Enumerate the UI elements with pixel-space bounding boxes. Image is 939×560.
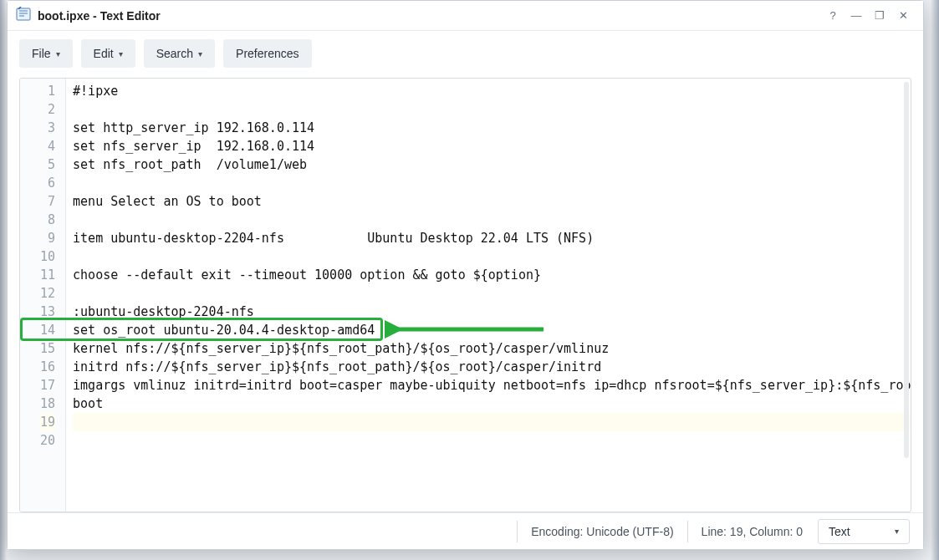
code-line[interactable]: set http_server_ip 192.168.0.114 xyxy=(73,119,911,137)
code-line[interactable]: :ubuntu-desktop-2204-nfs xyxy=(73,303,911,321)
editor-area[interactable]: 1234567891011121314151617181920 #!ipxese… xyxy=(19,78,911,512)
line-number: 20 xyxy=(40,431,55,450)
chevron-down-icon: ▾ xyxy=(198,49,202,59)
chevron-down-icon: ▾ xyxy=(56,49,60,59)
file-menu[interactable]: File ▾ xyxy=(19,39,73,68)
line-number: 13 xyxy=(40,303,55,321)
chevron-down-icon: ▾ xyxy=(119,49,123,59)
code-line[interactable] xyxy=(73,413,911,431)
line-number: 9 xyxy=(40,229,55,247)
file-menu-label: File xyxy=(32,47,51,60)
line-number: 18 xyxy=(40,395,55,413)
line-number: 4 xyxy=(40,137,55,155)
code-line[interactable] xyxy=(73,174,911,192)
toolbar: File ▾ Edit ▾ Search ▾ Preferences xyxy=(8,31,923,78)
code-line[interactable]: initrd nfs://${nfs_server_ip}${nfs_root_… xyxy=(73,358,911,376)
line-number: 5 xyxy=(40,155,55,174)
code-line[interactable]: kernel nfs://${nfs_server_ip}${nfs_root_… xyxy=(73,339,911,358)
code-line[interactable]: item ubuntu-desktop-2204-nfs Ubuntu Desk… xyxy=(73,229,911,247)
line-number-gutter: 1234567891011121314151617181920 xyxy=(20,79,66,512)
line-number: 11 xyxy=(40,266,55,284)
search-menu[interactable]: Search ▾ xyxy=(144,39,215,68)
code-line[interactable] xyxy=(73,247,911,266)
line-number: 17 xyxy=(40,376,55,395)
code-line[interactable]: #!ipxe xyxy=(73,82,911,100)
line-number: 19 xyxy=(40,413,55,431)
edit-menu-label: Edit xyxy=(94,47,114,60)
help-button[interactable]: ? xyxy=(821,4,845,28)
line-number: 3 xyxy=(40,119,55,137)
line-number: 8 xyxy=(40,211,55,229)
code-line[interactable] xyxy=(73,211,911,229)
code-line[interactable]: set nfs_server_ip 192.168.0.114 xyxy=(73,137,911,155)
editor-window: boot.ipxe - Text Editor ? — ❐ ✕ File ▾ E… xyxy=(7,0,924,550)
divider xyxy=(687,521,688,542)
line-number: 14 xyxy=(40,321,55,339)
minimize-button[interactable]: — xyxy=(845,4,868,28)
code-line[interactable]: set os_root ubuntu-20.04.4-desktop-amd64 xyxy=(73,321,911,339)
maximize-button[interactable]: ❐ xyxy=(868,4,891,28)
line-number: 12 xyxy=(40,284,55,303)
chevron-down-icon: ▾ xyxy=(895,527,899,536)
code-content[interactable]: #!ipxeset http_server_ip 192.168.0.114se… xyxy=(66,79,911,512)
code-line[interactable]: imgargs vmlinuz initrd=initrd boot=caspe… xyxy=(73,376,911,395)
preferences-label: Preferences xyxy=(236,47,299,60)
statusbar: Encoding: Unicode (UTF-8) Line: 19, Colu… xyxy=(8,512,923,549)
line-number: 1 xyxy=(40,82,55,100)
line-number: 16 xyxy=(40,358,55,376)
close-button[interactable]: ✕ xyxy=(891,4,915,28)
code-line[interactable] xyxy=(73,284,911,303)
cursor-position-label: Line: 19, Column: 0 xyxy=(702,525,803,538)
window-title: boot.ipxe - Text Editor xyxy=(38,9,161,23)
line-number: 6 xyxy=(40,174,55,192)
line-number: 15 xyxy=(40,339,55,358)
code-line[interactable]: menu Select an OS to boot xyxy=(73,192,911,211)
code-line[interactable] xyxy=(73,431,911,450)
line-number: 7 xyxy=(40,192,55,211)
edit-menu[interactable]: Edit ▾ xyxy=(81,39,135,68)
app-icon xyxy=(16,7,31,24)
encoding-label: Encoding: Unicode (UTF-8) xyxy=(531,525,673,538)
code-line[interactable]: choose --default exit --timeout 10000 op… xyxy=(73,266,911,284)
code-line[interactable]: boot xyxy=(73,395,911,413)
divider xyxy=(517,521,518,542)
syntax-mode-label: Text xyxy=(829,525,850,538)
code-line[interactable] xyxy=(73,100,911,119)
search-menu-label: Search xyxy=(156,47,193,60)
svg-rect-0 xyxy=(17,8,30,20)
line-number: 10 xyxy=(40,247,55,266)
preferences-button[interactable]: Preferences xyxy=(223,39,311,68)
titlebar: boot.ipxe - Text Editor ? — ❐ ✕ xyxy=(8,1,923,31)
syntax-mode-select[interactable]: Text ▾ xyxy=(818,519,910,544)
line-number: 2 xyxy=(40,100,55,119)
code-line[interactable]: set nfs_root_path /volume1/web xyxy=(73,155,911,174)
vertical-scrollbar[interactable] xyxy=(904,82,909,458)
